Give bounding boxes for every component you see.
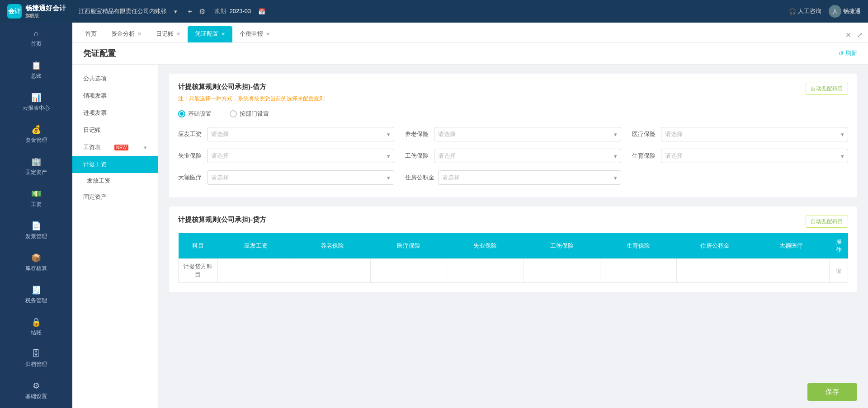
inventory-icon: 📦 [31,253,41,263]
consult-button[interactable]: 🎧 人工咨询 [789,7,821,15]
td-zfgjj[interactable] [676,259,753,283]
debit-form-grid: 应发工资 请选择 ▾ 养老保险 请选择 ▾ [178,127,848,185]
td-subject-label: 计提贷方科目 [179,259,218,283]
leftnav-journal[interactable]: 日记账 [72,122,158,139]
sidebar-item-inventory[interactable]: 📦 库存核算 [0,247,72,279]
sidebar-item-tax[interactable]: 🧾 税务管理 [0,279,72,311]
tab-home[interactable]: 首页 [78,26,104,42]
td-dely[interactable] [753,259,830,283]
sidebar-item-ledger[interactable]: 📋 总账 [0,54,72,86]
leftnav-fixed-asset[interactable]: 固定资产 [72,188,158,206]
td-ylbx[interactable] [294,259,370,283]
select-gsbx[interactable]: 请选择 ▾ [434,149,621,163]
tax-icon: 🧾 [31,285,41,295]
sidebar-label-close: 结账 [31,329,42,337]
sidebar-label-inventory: 库存核算 [25,265,47,272]
input-gsbx[interactable] [528,267,596,274]
credit-section-title: 计提核算规则(公司承担)-贷方 [178,216,266,224]
select-zfgjj[interactable]: 请选择 ▾ [438,170,621,185]
leftnav-sales[interactable]: 销项发票 [72,87,158,104]
refresh-icon: ↺ [839,50,844,57]
ledger-icon: 📋 [31,61,41,70]
sidebar-item-report[interactable]: 📊 云报表中心 [0,86,72,118]
th-dely: 大额医疗 [753,233,830,259]
sidebar-label-tax: 税务管理 [25,297,47,305]
tab-expand-icon[interactable]: ⤢ [857,31,863,39]
debit-auto-match-button[interactable]: 自动匹配科目 [806,83,848,95]
credit-auto-match-button[interactable]: 自动匹配科目 [806,216,848,228]
th-sybx2: 生育保险 [600,233,676,259]
field-sybx: 失业保险 请选择 ▾ [178,149,394,163]
sidebar-item-close[interactable]: 🔒 结账 [0,311,72,343]
tab-fund[interactable]: 资金分析 ✕ [104,26,149,42]
td-yfgz[interactable] [217,259,294,283]
credit-table: 科目 应发工资 养老保险 医疗保险 失业保险 工伤保险 生育保险 住房公积金 大… [178,233,848,283]
input-sybx2[interactable] [604,267,673,274]
select-sybx2[interactable]: 请选择 ▾ [661,149,848,163]
td-ylbx2[interactable] [371,259,447,283]
select-yfgz[interactable]: 请选择 ▾ [207,127,394,141]
tab-fund-close[interactable]: ✕ [137,31,142,37]
leftnav-wage-calc[interactable]: 计提工资 [72,156,158,173]
tab-tax-close[interactable]: ✕ [266,31,270,37]
input-dely[interactable] [757,267,826,274]
tab-journal-close[interactable]: ✕ [176,31,180,37]
sidebar-item-archive[interactable]: 🗄 归档管理 [0,343,72,375]
td-sybx[interactable] [447,259,524,283]
label-gsbx: 工伤保险 [405,152,430,160]
user-area[interactable]: 人 畅捷通 [829,5,861,18]
td-gsbx[interactable] [524,259,600,283]
debit-warning-text: 注：只能选择一种方式，系统将按照您当前的选择来配置规则 [178,95,325,103]
leftnav-wage-table[interactable]: 工资表 NEW ▾ [72,139,158,156]
input-ylbx[interactable] [298,267,367,274]
add-tab-button[interactable]: ＋ [186,7,193,16]
input-zfgjj[interactable] [680,267,749,274]
tab-journal[interactable]: 日记账 ✕ [149,26,188,42]
select-ylbx[interactable]: 请选择 ▾ [434,127,621,141]
td-sybx2[interactable] [600,259,676,283]
select-ylbx-placeholder: 请选择 [438,130,456,138]
delete-row-button[interactable]: 🗑 [835,267,842,274]
radio-dept[interactable]: 按部门设置 [230,110,269,118]
sidebar-item-settings[interactable]: ⚙ 基础设置 [0,375,72,407]
sidebar-item-fund[interactable]: 💰 资金管理 [0,118,72,150]
salary-icon: 💵 [31,189,41,199]
settings-icon[interactable]: ⚙ [199,7,205,16]
label-ylbx: 养老保险 [405,130,430,138]
radio-basic-label: 基础设置 [188,110,212,118]
refresh-button[interactable]: ↺ 刷新 [839,49,857,57]
select-dely-arrow: ▾ [387,174,390,181]
sidebar-item-salary[interactable]: 💵 工资 [0,183,72,215]
th-sybx: 失业保险 [447,233,524,259]
select-dely[interactable]: 请选择 ▾ [207,170,394,185]
logo-subtitle: 旗舰版 [25,13,66,19]
field-ylbx2: 医疗保险 请选择 ▾ [632,127,848,141]
table-header-row: 科目 应发工资 养老保险 医疗保险 失业保险 工伤保险 生育保险 住房公积金 大… [179,233,848,259]
company-dropdown-icon[interactable]: ▾ [174,8,177,15]
expand-icon: ▾ [144,144,147,151]
select-ylbx2[interactable]: 请选择 ▾ [661,127,848,141]
leftnav-public[interactable]: 公共选项 [72,70,158,87]
leftnav-wage-table-label: 工资表 [83,143,101,151]
inner-layout: 公共选项 销项发票 进项发票 日记账 工资表 NEW ▾ 计提工资 [72,65,868,408]
tab-voucher-close[interactable]: ✕ [221,31,225,37]
leftnav-wage-pay[interactable]: 发放工资 [72,173,158,188]
input-ylbx2[interactable] [374,267,443,274]
tab-tax[interactable]: 个税申报 ✕ [232,26,277,42]
input-sybx[interactable] [451,267,519,274]
sidebar-item-home[interactable]: ⌂ 首页 [0,23,72,54]
radio-group: 基础设置 按部门设置 [178,110,848,118]
select-sybx[interactable]: 请选择 ▾ [207,149,394,163]
tab-voucher[interactable]: 凭证配置 ✕ [188,26,232,42]
leftnav-purchase[interactable]: 进项发票 [72,104,158,122]
sidebar-item-asset[interactable]: 🏢 固定资产 [0,150,72,183]
radio-basic[interactable]: 基础设置 [178,110,212,118]
input-yfgz[interactable] [222,267,290,274]
tab-close-window-icon[interactable]: ✕ [845,31,851,39]
leftnav-purchase-label: 进项发票 [83,109,107,117]
tab-fund-label: 资金分析 [111,30,135,38]
sidebar-item-invoice[interactable]: 📄 发票管理 [0,215,72,247]
calendar-icon[interactable]: 📅 [258,8,265,15]
home-icon: ⌂ [34,29,39,38]
save-button[interactable]: 保存 [807,383,857,401]
